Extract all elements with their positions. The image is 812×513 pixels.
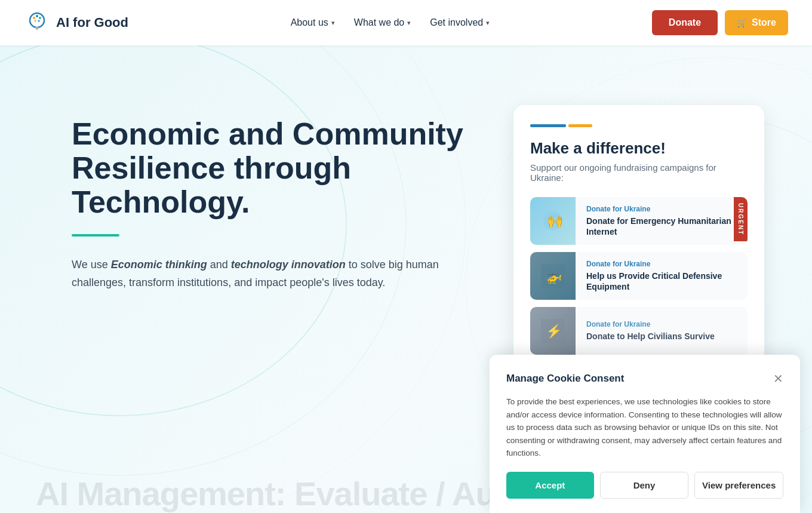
nav-links: About us ▾ What we do ▾ Get involved ▾ [291, 17, 490, 28]
panel-title: Make a difference! [530, 139, 748, 158]
hero-divider [72, 234, 119, 236]
hero-body: We use Economic thinking and technology … [72, 256, 478, 292]
cookie-close-button[interactable]: ✕ [773, 371, 783, 386]
campaign-image-2: 🚁 [530, 252, 576, 300]
campaign-name-3: Donate to Help Civilians Survive [586, 331, 745, 342]
urgent-badge: URGENT [734, 197, 748, 241]
cookie-header: Manage Cookie Consent ✕ [506, 371, 783, 386]
svg-text:🙌: 🙌 [547, 213, 564, 229]
campaign-image-1: 🙌 [530, 197, 576, 245]
campaign-tag-2: Donate for Ukraine [586, 260, 745, 268]
campaign-name-1: Donate for Emergency Humanitarian Intern… [586, 216, 745, 237]
svg-point-5 [38, 20, 40, 22]
nav-about[interactable]: About us ▾ [291, 17, 335, 28]
svg-point-1 [33, 17, 35, 19]
chevron-down-icon: ▾ [407, 19, 411, 27]
svg-text:⚡: ⚡ [546, 323, 562, 339]
donate-button[interactable]: Donate [652, 10, 718, 35]
campaign-card-3[interactable]: ⚡ Donate for Ukraine Donate to Help Civi… [530, 307, 748, 355]
nav-what-we-do[interactable]: What we do ▾ [354, 17, 411, 28]
accent-yellow [568, 124, 592, 127]
campaign-card-2[interactable]: 🚁 Donate for Ukraine Help us Provide Cri… [530, 252, 748, 300]
svg-point-3 [39, 17, 41, 19]
navbar: AI for Good About us ▾ What we do ▾ Get … [0, 0, 812, 45]
campaign-info-1: Donate for Ukraine Donate for Emergency … [584, 200, 748, 242]
svg-text:🚁: 🚁 [546, 268, 562, 284]
campaign-info-2: Donate for Ukraine Help us Provide Criti… [584, 255, 748, 297]
campaign-info-3: Donate for Ukraine Donate to Help Civili… [584, 315, 748, 346]
svg-point-4 [35, 20, 36, 22]
campaign-tag-1: Donate for Ukraine [586, 205, 745, 213]
svg-rect-6 [35, 27, 39, 29]
donation-panel: Make a difference! Support our ongoing f… [513, 105, 764, 376]
cookie-accept-button[interactable]: Accept [506, 472, 594, 499]
cookie-buttons: Accept Deny View preferences [506, 472, 783, 499]
nav-get-involved[interactable]: Get involved ▾ [430, 17, 490, 28]
campaign-image-3: ⚡ [530, 307, 576, 355]
cookie-view-preferences-button[interactable]: View preferences [694, 472, 783, 499]
accent-blue [530, 124, 566, 127]
logo[interactable]: AI for Good [24, 10, 128, 36]
nav-buttons: Donate 🛒 Store [652, 10, 788, 35]
cookie-title: Manage Cookie Consent [506, 373, 624, 385]
hero-section: Economic and Community Resilience throug… [72, 93, 478, 292]
panel-accent [530, 124, 748, 127]
logo-text: AI for Good [56, 15, 128, 30]
cookie-consent: Manage Cookie Consent ✕ To provide the b… [490, 355, 800, 513]
chevron-down-icon: ▾ [331, 19, 335, 27]
svg-rect-7 [36, 29, 38, 30]
cookie-deny-button[interactable]: Deny [600, 472, 689, 499]
cookie-body: To provide the best experiences, we use … [506, 395, 783, 460]
chevron-down-icon: ▾ [486, 19, 490, 27]
store-icon: 🛒 [737, 18, 747, 27]
campaign-name-2: Help us Provide Critical Defensive Equip… [586, 271, 745, 292]
panel-subtitle: Support our ongoing fundraising campaign… [530, 162, 748, 183]
hero-title: Economic and Community Resilience throug… [72, 117, 478, 220]
logo-icon [24, 10, 50, 36]
svg-point-2 [36, 15, 38, 17]
campaign-card-1[interactable]: 🙌 Donate for Ukraine Donate for Emergenc… [530, 197, 748, 245]
store-button[interactable]: 🛒 Store [725, 10, 788, 35]
campaign-tag-3: Donate for Ukraine [586, 320, 745, 328]
